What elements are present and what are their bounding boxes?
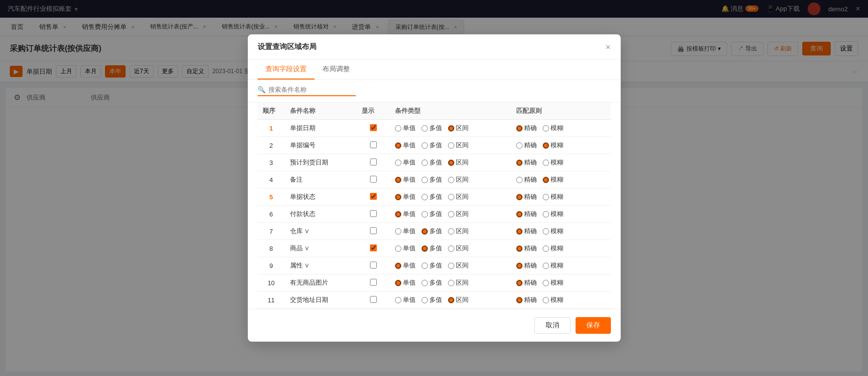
type-radio-item[interactable]: 多值 — [421, 261, 442, 270]
type-radio-item[interactable]: 多值 — [421, 244, 442, 253]
match-radio-item[interactable]: 模糊 — [543, 244, 563, 253]
show-checkbox-wrap[interactable] — [370, 297, 377, 304]
condition-name: 商品 ∨ — [290, 244, 310, 252]
type-radio-item[interactable]: 多值 — [421, 141, 442, 150]
show-checkbox[interactable] — [370, 296, 377, 303]
show-checkbox[interactable] — [370, 141, 377, 148]
match-radio-item[interactable]: 精确 — [516, 261, 537, 270]
type-radio-item[interactable]: 单值 — [395, 278, 416, 287]
show-checkbox-wrap[interactable] — [370, 160, 377, 167]
show-checkbox-wrap[interactable] — [370, 125, 377, 133]
order-number: 8 — [269, 245, 273, 252]
match-radio-item[interactable]: 精确 — [516, 295, 537, 304]
type-radio-item[interactable]: 多值 — [421, 227, 442, 236]
show-checkbox-wrap[interactable] — [370, 263, 377, 270]
order-number: 2 — [269, 142, 273, 149]
type-radio-item[interactable]: 多值 — [421, 278, 442, 287]
show-checkbox[interactable] — [370, 227, 377, 234]
type-radio-group: 单值多值区间 — [395, 295, 507, 304]
match-radio-item[interactable]: 精确 — [516, 175, 537, 184]
type-radio-item[interactable]: 多值 — [421, 158, 442, 167]
type-radio-item[interactable]: 多值 — [421, 192, 442, 201]
show-checkbox-wrap[interactable] — [370, 194, 377, 201]
match-radio-item[interactable]: 模糊 — [543, 141, 563, 150]
match-radio-item[interactable]: 模糊 — [543, 210, 563, 218]
type-radio-item[interactable]: 单值 — [395, 192, 416, 201]
type-radio-group: 单值多值区间 — [395, 210, 507, 218]
show-checkbox-wrap[interactable] — [370, 228, 377, 236]
type-radio-item[interactable]: 区间 — [448, 158, 469, 167]
match-radio-item[interactable]: 精确 — [516, 210, 537, 218]
type-radio-group: 单值多值区间 — [395, 175, 507, 184]
type-radio-item[interactable]: 多值 — [421, 124, 442, 133]
show-checkbox-wrap[interactable] — [370, 245, 377, 253]
type-radio-item[interactable]: 单值 — [395, 210, 416, 218]
type-radio-item[interactable]: 区间 — [448, 244, 469, 253]
type-radio-item[interactable]: 单值 — [395, 227, 416, 236]
match-radio-item[interactable]: 模糊 — [543, 124, 563, 133]
cancel-button[interactable]: 取消 — [534, 317, 571, 334]
type-radio-item[interactable]: 单值 — [395, 175, 416, 184]
order-number: 1 — [269, 125, 273, 132]
type-radio-item[interactable]: 区间 — [448, 210, 469, 218]
save-button[interactable]: 保存 — [576, 317, 611, 334]
type-radio-item[interactable]: 区间 — [448, 295, 469, 304]
order-number: 9 — [269, 262, 273, 269]
show-checkbox[interactable] — [370, 210, 377, 217]
type-radio-item[interactable]: 区间 — [448, 227, 469, 236]
match-radio-item[interactable]: 模糊 — [543, 295, 563, 304]
type-radio-item[interactable]: 区间 — [448, 278, 469, 287]
show-checkbox[interactable] — [370, 193, 377, 200]
match-radio-item[interactable]: 精确 — [516, 244, 537, 253]
match-radio-item[interactable]: 精确 — [516, 278, 537, 287]
show-checkbox[interactable] — [370, 159, 377, 165]
match-radio-item[interactable]: 模糊 — [543, 227, 563, 236]
match-radio-item[interactable]: 精确 — [516, 192, 537, 201]
match-radio-item[interactable]: 模糊 — [543, 158, 563, 167]
show-checkbox[interactable] — [370, 262, 377, 269]
type-radio-item[interactable]: 单值 — [395, 124, 416, 133]
order-number: 7 — [269, 228, 273, 235]
show-checkbox-wrap[interactable] — [370, 177, 377, 184]
show-checkbox[interactable] — [370, 244, 377, 251]
match-radio-item[interactable]: 模糊 — [543, 278, 563, 287]
modal-overlay: 设置查询区域布局 × 查询字段设置 布局调整 🔍 顺序 条件名称 显示 — [0, 0, 868, 376]
search-input[interactable] — [268, 86, 347, 93]
type-radio-item[interactable]: 多值 — [421, 295, 442, 304]
type-radio-item[interactable]: 单值 — [395, 295, 416, 304]
order-number: 4 — [269, 176, 273, 184]
type-radio-item[interactable]: 区间 — [448, 175, 469, 184]
match-radio-item[interactable]: 模糊 — [543, 175, 563, 184]
table-row: 7仓库 ∨单值多值区间精确模糊 — [258, 223, 611, 240]
type-radio-item[interactable]: 单值 — [395, 141, 416, 150]
match-radio-item[interactable]: 精确 — [516, 141, 537, 150]
table-row: 10有无商品图片单值多值区间精确模糊 — [258, 274, 611, 292]
show-checkbox[interactable] — [370, 279, 377, 286]
type-radio-group: 单值多值区间 — [395, 278, 507, 287]
type-radio-item[interactable]: 区间 — [448, 261, 469, 270]
match-radio-item[interactable]: 精确 — [516, 227, 537, 236]
type-radio-item[interactable]: 多值 — [421, 210, 442, 218]
modal-tab-fields[interactable]: 查询字段设置 — [258, 60, 315, 80]
match-radio-item[interactable]: 模糊 — [543, 261, 563, 270]
type-radio-item[interactable]: 区间 — [448, 124, 469, 133]
type-radio-item[interactable]: 单值 — [395, 261, 416, 270]
show-checkbox[interactable] — [370, 176, 377, 183]
modal-close-button[interactable]: × — [605, 43, 611, 52]
match-radio-item[interactable]: 精确 — [516, 158, 537, 167]
match-radio-group: 精确模糊 — [516, 192, 606, 201]
match-radio-group: 精确模糊 — [516, 244, 606, 253]
modal-tab-layout[interactable]: 布局调整 — [315, 60, 358, 80]
order-number: 6 — [269, 211, 273, 218]
show-checkbox-wrap[interactable] — [370, 211, 377, 218]
show-checkbox-wrap[interactable] — [370, 142, 377, 150]
type-radio-item[interactable]: 区间 — [448, 141, 469, 150]
type-radio-item[interactable]: 多值 — [421, 175, 442, 184]
match-radio-item[interactable]: 模糊 — [543, 192, 563, 201]
show-checkbox-wrap[interactable] — [370, 280, 377, 287]
show-checkbox[interactable] — [370, 124, 377, 131]
match-radio-item[interactable]: 精确 — [516, 124, 537, 133]
type-radio-item[interactable]: 单值 — [395, 158, 416, 167]
type-radio-item[interactable]: 单值 — [395, 244, 416, 253]
type-radio-item[interactable]: 区间 — [448, 192, 469, 201]
